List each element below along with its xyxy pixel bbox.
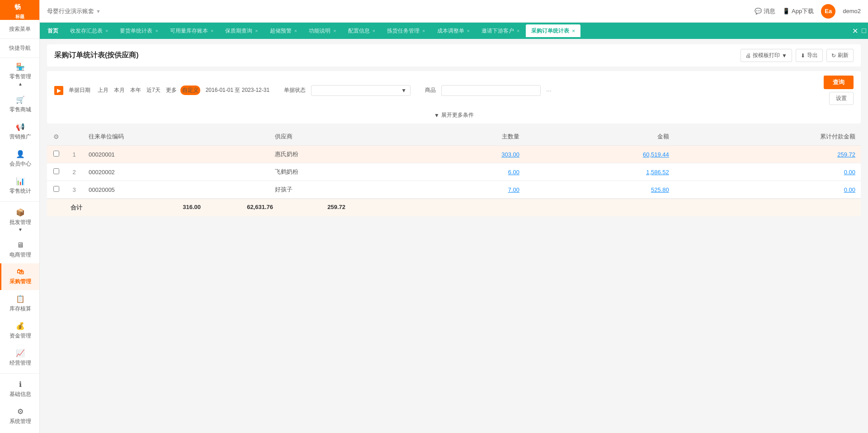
tab-close-all-button[interactable]: ✕	[852, 27, 858, 35]
tab-shoufahuizong-close[interactable]: ×	[105, 28, 108, 33]
tab-chaochuyujing-label: 超储预警	[270, 27, 292, 35]
user-avatar[interactable]: Ea	[821, 4, 835, 19]
sidebar-item-operation-label: 经营管理	[9, 359, 31, 367]
row-checkbox[interactable]	[53, 186, 59, 192]
expand-more-button[interactable]: ▼ 展开更多条件	[434, 111, 474, 119]
tab-yaohuodan-close[interactable]: ×	[155, 28, 158, 33]
filter-row-1: ▶ 单据日期 上月 本月 本年 近7天 更多 自定义 2016-01-01 至 …	[54, 76, 854, 105]
print-dropdown-icon: ▼	[782, 52, 787, 59]
query-button[interactable]: 查询	[824, 76, 854, 89]
print-label: 按模板打印	[753, 52, 780, 59]
sidebar-item-retail[interactable]: 🏪 零售管理 ▲	[0, 58, 39, 91]
sidebar-item-purchase[interactable]: 🛍 采购管理	[0, 263, 39, 290]
footer-nums: 316.00 62,631.76 259.72	[152, 204, 855, 212]
table-settings-icon[interactable]: ⚙	[53, 133, 59, 140]
top-bar-title: 母婴行业演示账套 ▼	[47, 7, 749, 15]
tab-purchaseSummary[interactable]: 采购订单统计表 ×	[526, 24, 580, 37]
tab-pickTask-close[interactable]: ×	[422, 28, 425, 33]
date-shortcut-this-year[interactable]: 本年	[128, 86, 143, 95]
sidebar-item-finance[interactable]: 💰 资金管理	[0, 317, 39, 344]
sidebar-item-wholesale[interactable]: 📦 批发管理 ▼	[0, 204, 39, 237]
paid-amount-cell[interactable]: 0.00	[675, 181, 861, 199]
goods-filter-more-icon[interactable]: ···	[546, 87, 552, 94]
refresh-button[interactable]: ↻ 刷新	[826, 49, 854, 62]
expand-toggle-button[interactable]: ▶	[54, 86, 63, 95]
tab-gongngshuoming-close[interactable]: ×	[333, 28, 336, 33]
print-icon: 🖨	[745, 52, 751, 59]
sidebar-item-operation[interactable]: 📈 经营管理	[0, 344, 39, 371]
amount-cell[interactable]: 60,519.44	[525, 146, 675, 163]
tab-costAdjust-close[interactable]: ×	[467, 28, 470, 33]
export-button[interactable]: ⬇ 导出	[796, 49, 823, 62]
print-button[interactable]: 🖨 按模板打印 ▼	[741, 49, 792, 62]
tab-keyongliang[interactable]: 可用量库存账本 ×	[165, 24, 219, 37]
sidebar-item-retail-mall-label: 零售商城	[9, 106, 31, 114]
tab-purchaseSummary-close[interactable]: ×	[572, 28, 575, 33]
sidebar-item-member[interactable]: 👤 会员中心	[0, 145, 39, 172]
refresh-icon: ↻	[831, 52, 836, 59]
tab-gongngshuoming[interactable]: 功能说明 ×	[303, 24, 341, 37]
tab-baozhiqi-close[interactable]: ×	[255, 28, 258, 33]
footer-amount: 62,631.76	[206, 204, 278, 212]
goods-filter-input[interactable]	[441, 85, 541, 96]
sidebar-item-system[interactable]: ⚙ 系统管理	[0, 403, 39, 430]
app-download-button[interactable]: 📱 App下载	[783, 7, 814, 15]
tab-peizhi[interactable]: 配置信息 ×	[343, 24, 381, 37]
tab-inviteDownstream-close[interactable]: ×	[517, 28, 519, 33]
tab-shoufahuizong[interactable]: 收发存汇总表 ×	[65, 24, 113, 37]
date-shortcut-7days[interactable]: 近7天	[145, 86, 162, 95]
sidebar-item-retail-mall[interactable]: 🛒 零售商城	[0, 91, 39, 118]
tab-maximize-button[interactable]: □	[862, 27, 866, 35]
main-qty-cell[interactable]: 7.00	[408, 181, 525, 199]
tab-costAdjust[interactable]: 成本调整单 ×	[432, 24, 475, 37]
tab-bar-end: ✕ □	[852, 27, 866, 35]
sidebar-item-marketing[interactable]: 📢 营销推广	[0, 118, 39, 145]
tab-home[interactable]: 首页	[42, 24, 64, 37]
sidebar-shortcut-section: 快捷导航	[0, 39, 39, 58]
sidebar-item-basic[interactable]: ℹ 基础信息	[0, 376, 39, 403]
username: demo2	[843, 8, 861, 14]
basic-icon: ℹ	[19, 380, 22, 389]
tab-inviteDownstream[interactable]: 邀请下游客户 ×	[476, 24, 525, 37]
tab-chaochuyujing[interactable]: 超储预警 ×	[264, 24, 302, 37]
date-shortcut-more[interactable]: 更多	[164, 86, 179, 95]
export-icon: ⬇	[801, 52, 805, 59]
settings-button[interactable]: 设置	[829, 92, 854, 105]
amount-cell[interactable]: 1,586.52	[525, 163, 675, 181]
message-button[interactable]: 💬 消息	[755, 7, 775, 15]
page-title: 采购订单统计表(按供应商)	[54, 51, 139, 60]
logo-icon: 畅	[13, 0, 27, 13]
status-select[interactable]: ▼	[311, 85, 410, 96]
tab-peizhi-close[interactable]: ×	[373, 28, 375, 33]
divider-1	[0, 201, 39, 202]
main-qty-cell[interactable]: 6.00	[408, 163, 525, 181]
main-qty-cell[interactable]: 303.00	[408, 146, 525, 163]
sidebar-item-member-label: 会员中心	[9, 160, 31, 168]
tab-baozhiqi[interactable]: 保质期查询 ×	[220, 24, 263, 37]
tab-chaochuyujing-close[interactable]: ×	[294, 28, 297, 33]
date-filter-label: 单据日期	[69, 86, 90, 94]
tab-keyongliang-close[interactable]: ×	[211, 28, 213, 33]
sidebar-item-retail-stats[interactable]: 📊 零售统计	[0, 172, 39, 200]
sidebar-item-collab[interactable]: 🤝 企业协同	[0, 430, 39, 433]
divider-2	[0, 373, 39, 374]
sidebar-item-ecommerce[interactable]: 🖥 电商管理	[0, 237, 39, 263]
footer-paid-amount: 259.72	[278, 204, 351, 212]
sidebar-item-inventory[interactable]: 📋 库存核算	[0, 290, 39, 317]
date-custom-badge[interactable]: 自定义	[180, 86, 200, 95]
date-shortcut-this-month[interactable]: 本月	[112, 86, 127, 95]
shortcut-nav-button[interactable]: 快捷导航	[0, 41, 39, 56]
tab-peizhi-label: 配置信息	[348, 27, 370, 35]
paid-amount-cell[interactable]: 0.00	[675, 163, 861, 181]
amount-cell[interactable]: 525.80	[525, 181, 675, 199]
date-shortcut-last-month[interactable]: 上月	[96, 86, 110, 95]
tab-bar: 首页 收发存汇总表 × 要货单统计表 × 可用量库存账本 × 保质期查询 × 超…	[40, 23, 868, 39]
search-menu-button[interactable]: 搜索菜单	[3, 24, 37, 35]
row-checkbox[interactable]	[53, 151, 59, 157]
row-checkbox[interactable]	[53, 168, 59, 174]
export-label: 导出	[807, 52, 818, 59]
tab-pickTask[interactable]: 拣货任务管理 ×	[382, 24, 430, 37]
supplier-name-cell: 飞鹤奶粉	[269, 163, 408, 181]
tab-yaohuodan[interactable]: 要货单统计表 ×	[114, 24, 163, 37]
paid-amount-cell[interactable]: 259.72	[675, 146, 861, 163]
